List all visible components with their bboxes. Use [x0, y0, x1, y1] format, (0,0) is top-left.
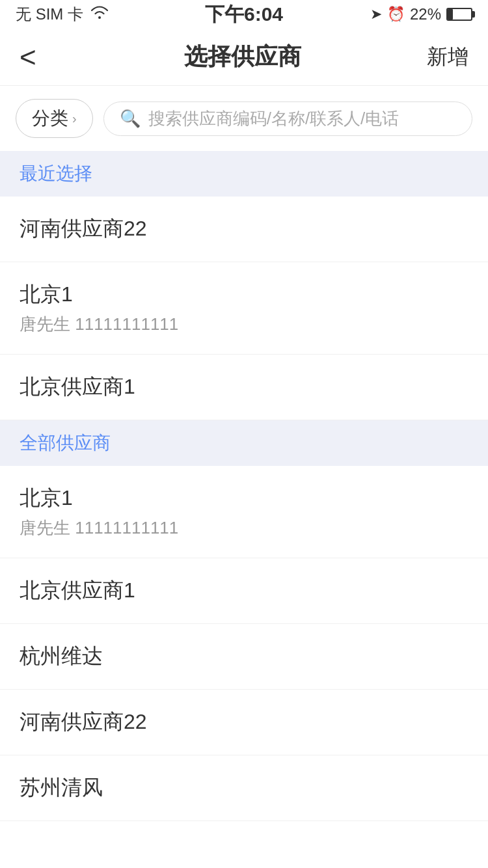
all-section-label: 全部供应商: [20, 433, 111, 453]
list-item[interactable]: 北京供应商1: [0, 355, 488, 420]
recent-section-label: 最近选择: [20, 163, 92, 183]
status-right: ➤ ⏰ 22%: [370, 5, 472, 23]
search-input[interactable]: [148, 109, 456, 129]
location-icon: ➤: [370, 6, 382, 23]
add-button[interactable]: 新增: [427, 43, 468, 72]
supplier-name: 河南供应商22: [20, 708, 468, 737]
no-sim-text: 无 SIM 卡: [16, 4, 83, 25]
supplier-sub: 唐先生 11111111111: [20, 313, 468, 336]
chevron-right-icon: ›: [72, 111, 77, 126]
supplier-name: 北京1: [20, 484, 468, 513]
nav-bar: < 选择供应商 新增: [0, 29, 488, 86]
recent-section-header: 最近选择: [0, 151, 488, 197]
wifi-icon: [90, 5, 109, 23]
all-section-header: 全部供应商: [0, 420, 488, 466]
supplier-name: 苏州清风: [20, 774, 468, 802]
list-item[interactable]: 苏州清风: [0, 755, 488, 821]
supplier-name: 北京供应商1: [20, 373, 468, 401]
list-item[interactable]: 北京1 唐先生 11111111111: [0, 466, 488, 558]
list-item[interactable]: 北京供应商1: [0, 558, 488, 624]
supplier-name: 北京1: [20, 280, 468, 309]
list-item[interactable]: 北京1 唐先生 11111111111: [0, 262, 488, 355]
battery-text: 22%: [410, 5, 441, 23]
search-icon: 🔍: [120, 109, 141, 129]
supplier-name: 杭州维达: [20, 642, 468, 671]
all-supplier-list: 北京1 唐先生 11111111111 北京供应商1 杭州维达 河南供应商22 …: [0, 466, 488, 821]
list-item[interactable]: 杭州维达: [0, 624, 488, 690]
category-button[interactable]: 分类 ›: [16, 99, 93, 138]
search-box: 🔍: [103, 102, 472, 136]
supplier-name: 北京供应商1: [20, 576, 468, 605]
supplier-sub: 唐先生 11111111111: [20, 517, 468, 539]
supplier-name: 河南供应商22: [20, 215, 468, 243]
recent-supplier-list: 河南供应商22 北京1 唐先生 11111111111 北京供应商1: [0, 197, 488, 420]
status-bar: 无 SIM 卡 下午6:04 ➤ ⏰ 22%: [0, 0, 488, 29]
status-left: 无 SIM 卡: [16, 4, 109, 25]
alarm-icon: ⏰: [387, 6, 405, 23]
category-label: 分类: [32, 106, 68, 131]
page-title: 选择供应商: [184, 41, 301, 73]
list-item[interactable]: 河南供应商22: [0, 690, 488, 755]
filter-bar: 分类 › 🔍: [0, 86, 488, 151]
status-time: 下午6:04: [205, 1, 283, 28]
battery-icon: [446, 8, 472, 21]
list-item[interactable]: 河南供应商22: [0, 197, 488, 262]
back-button[interactable]: <: [20, 41, 59, 74]
